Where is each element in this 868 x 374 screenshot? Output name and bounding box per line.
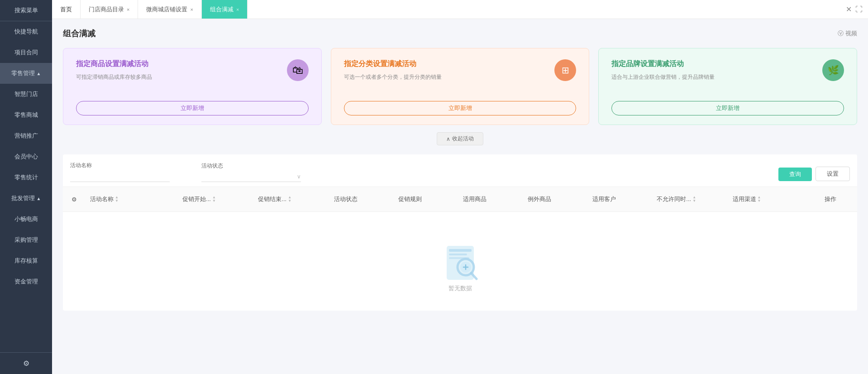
settings-icon[interactable]: ⚙ (23, 360, 29, 367)
chevron-up-icon: ▲ (37, 71, 41, 76)
th-start[interactable]: 促销开始... ▲▼ (178, 192, 253, 207)
filter-name-label: 活动名称 (70, 162, 170, 169)
activity-cards: 🛍 指定商品设置满减活动 可指定滞销商品或库存较多商品 立即新增 ⊞ 指定分类设… (63, 48, 857, 125)
collapse-label: 收起活动 (452, 135, 474, 143)
category-add-button[interactable]: 立即新增 (344, 101, 577, 115)
sort-icon: ▲▼ (288, 196, 291, 203)
th-concurrent[interactable]: 不允许同时... ▲▼ (652, 192, 728, 207)
th-gear[interactable]: ⚙ (63, 192, 86, 206)
category-activity-card: ⊞ 指定分类设置满减活动 可选一个或者多个分类，提升分类的销量 立即新增 (331, 48, 590, 125)
tab-wechat-store-close[interactable]: × (190, 7, 193, 12)
tab-home-label: 首页 (60, 5, 72, 14)
sidebar: 搜索菜单 快捷导航 项目合同 零售管理 ▲ 智慧门店 零售商城 营销推广 会员中… (0, 0, 52, 374)
video-label: 视频 (845, 29, 857, 38)
th-rule-label: 促销规则 (398, 195, 422, 203)
table-header: ⚙ 活动名称 ▲▼ 促销开始... ▲▼ 促销结束... ▲▼ (63, 187, 857, 212)
tab-bar: 首页 门店商品目录 × 微商城店铺设置 × 组合满减 × ✕ ⛶ (52, 0, 868, 19)
tab-store-catalog-label: 门店商品目录 (89, 5, 124, 14)
sidebar-item-label: 零售管理 (11, 69, 35, 77)
sidebar-item-label: 资金管理 (14, 278, 38, 285)
tab-store-catalog[interactable]: 门店商品目录 × (81, 0, 138, 19)
th-name-label: 活动名称 (90, 195, 114, 203)
video-link[interactable]: ⓥ 视频 (838, 29, 857, 38)
th-op-label: 操作 (825, 195, 836, 203)
svg-rect-1 (449, 249, 472, 252)
th-goods: 适用商品 (458, 192, 523, 207)
brand-activity-card: 🌿 指定品牌设置满减活动 适合与上游企业联合做营销，提升品牌销量 立即新增 (598, 48, 857, 125)
th-end-label: 促销结束... (258, 195, 286, 203)
category-card-desc: 可选一个或者多个分类，提升分类的销量 (344, 73, 577, 94)
sidebar-item-label: 营销推广 (14, 132, 38, 139)
th-rule: 促销规则 (394, 192, 458, 207)
sidebar-item-project-contract[interactable]: 项目合同 (0, 42, 52, 63)
th-channel[interactable]: 适用渠道 ▲▼ (728, 192, 804, 207)
svg-rect-2 (449, 254, 467, 255)
goods-card-desc: 可指定滞销商品或库存较多商品 (76, 73, 309, 94)
sidebar-item-retail-mall[interactable]: 零售商城 (0, 105, 52, 125)
th-goods-label: 适用商品 (463, 195, 486, 203)
sidebar-item-quick-nav[interactable]: 快捷导航 (0, 21, 52, 42)
chevron-up-icon: ∧ (446, 136, 450, 142)
goods-card-title: 指定商品设置满减活动 (76, 59, 309, 69)
th-customer-label: 适用客户 (592, 195, 616, 203)
th-end[interactable]: 促销结束... ▲▼ (253, 192, 329, 207)
sort-icon: ▲▼ (115, 196, 119, 203)
th-channel-label: 适用渠道 (733, 195, 756, 203)
tab-wechat-store[interactable]: 微商城店铺设置 × (138, 0, 201, 19)
th-customer: 适用客户 (588, 192, 653, 207)
category-card-title: 指定分类设置满减活动 (344, 59, 577, 69)
tab-combo-discount-label: 组合满减 (210, 5, 234, 14)
main-area: 首页 门店商品目录 × 微商城店铺设置 × 组合满减 × ✕ ⛶ 组合 (52, 0, 868, 374)
empty-illustration (433, 239, 487, 284)
tab-combo-discount-close[interactable]: × (236, 7, 239, 12)
sidebar-item-retail-stats[interactable]: 零售统计 (0, 167, 52, 188)
sidebar-item-label: 库存核算 (14, 257, 38, 264)
sidebar-item-wholesale-mgmt[interactable]: 批发管理 ▲ (0, 188, 52, 209)
sidebar-item-label: 会员中心 (14, 153, 38, 160)
sidebar-item-fund-mgmt[interactable]: 资金管理 (0, 271, 52, 292)
sidebar-bottom: ⚙ (0, 352, 52, 374)
filter-actions: 查询 设置 (778, 167, 850, 182)
th-name[interactable]: 活动名称 ▲▼ (86, 192, 178, 207)
sidebar-search[interactable]: 搜索菜单 (0, 0, 52, 21)
page-title: 组合满减 (63, 28, 95, 39)
tab-combo-discount[interactable]: 组合满减 × (202, 0, 248, 19)
sidebar-item-marketing[interactable]: 营销推广 (0, 125, 52, 146)
sidebar-item-retail-mgmt[interactable]: 零售管理 ▲ (0, 63, 52, 84)
filter-name-input[interactable] (70, 171, 170, 182)
page-header: 组合满减 ⓥ 视频 (63, 28, 857, 39)
th-op: 操作 (804, 192, 857, 207)
brand-card-title: 指定品牌设置满减活动 (611, 59, 844, 69)
sidebar-item-label: 智慧门店 (14, 91, 38, 97)
th-except-label: 例外商品 (528, 195, 551, 203)
sidebar-item-smart-store[interactable]: 智慧门店 (0, 84, 52, 105)
empty-text: 暂无数据 (448, 284, 472, 292)
setting-button[interactable]: 设置 (816, 167, 850, 181)
th-except: 例外商品 (523, 192, 588, 207)
brand-add-button[interactable]: 立即新增 (611, 101, 844, 115)
goods-card-icon: 🛍 (287, 59, 309, 81)
goods-add-button[interactable]: 立即新增 (76, 101, 309, 115)
filter-status-select[interactable]: ∨ (201, 172, 301, 182)
table-container: ⚙ 活动名称 ▲▼ 促销开始... ▲▼ 促销结束... ▲▼ (63, 187, 857, 311)
close-window-button[interactable]: ✕ (846, 5, 852, 14)
brand-card-icon: 🌿 (822, 59, 844, 81)
tab-wechat-store-label: 微商城店铺设置 (146, 5, 187, 14)
chevron-down-icon: ∨ (297, 173, 301, 180)
tab-home[interactable]: 首页 (52, 0, 81, 19)
gear-icon: ⚙ (72, 196, 77, 203)
fullscreen-button[interactable]: ⛶ (855, 5, 863, 14)
sidebar-item-xiaochangec[interactable]: 小畅电商 (0, 209, 52, 230)
chevron-down-icon: ▲ (37, 196, 41, 201)
page-content: 组合满减 ⓥ 视频 🛍 指定商品设置满减活动 可指定滞销商品或库存较多商品 立即… (52, 19, 868, 374)
collapse-bar: ∧ 收起活动 (63, 132, 857, 145)
sidebar-item-label: 零售商城 (14, 111, 38, 118)
query-button[interactable]: 查询 (778, 168, 812, 181)
sidebar-item-member-center[interactable]: 会员中心 (0, 146, 52, 167)
collapse-activity-button[interactable]: ∧ 收起活动 (437, 132, 483, 145)
sidebar-item-inventory[interactable]: 库存核算 (0, 250, 52, 271)
sidebar-item-purchase-mgmt[interactable]: 采购管理 (0, 230, 52, 250)
filter-name-group: 活动名称 (70, 162, 170, 182)
sidebar-item-label: 批发管理 (11, 194, 35, 202)
tab-store-catalog-close[interactable]: × (127, 7, 129, 12)
